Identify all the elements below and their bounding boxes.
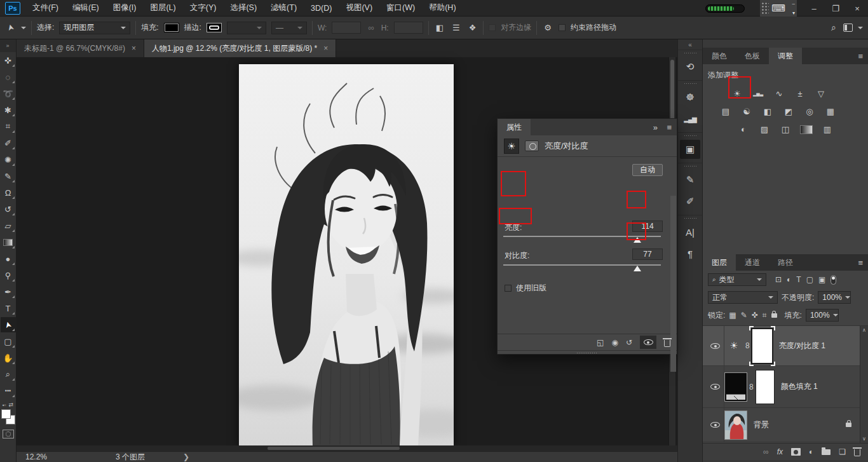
menu-help[interactable]: 帮助(H) [422,0,463,17]
foreground-color-swatch[interactable] [1,409,11,419]
mask-link-icon[interactable]: 8 [745,341,750,350]
lock-artboard-icon[interactable]: ⌗ [763,311,767,320]
path-alignment-icon[interactable]: ☰ [451,23,462,32]
stroke-type-dropdown[interactable]: — [271,22,307,34]
brushes-panel-icon[interactable]: ✐ [680,192,700,211]
quick-mask-icon[interactable] [3,430,14,438]
paragraph-panel-icon[interactable]: ¶ [680,244,700,263]
minimize-mini-icon[interactable]: – [792,1,795,6]
contrast-value-field[interactable]: 77 [632,248,663,260]
menu-3d[interactable]: 3D(D) [304,0,339,17]
stroke-width-dropdown[interactable] [227,22,266,34]
width-input[interactable] [332,22,361,34]
lock-all-icon[interactable] [771,313,777,318]
clip-to-layer-icon[interactable]: ◱ [597,338,604,347]
toggle-visibility-button[interactable] [640,336,656,349]
layer-name[interactable]: 亮度/对比度 1 [779,341,825,351]
character-panel-icon[interactable]: A| [680,222,700,241]
brush-settings-panel-icon[interactable]: ✎ [680,170,700,189]
delete-adjustment-icon[interactable] [664,340,670,347]
status-chevron-icon[interactable]: ❯ [183,452,189,461]
edit-toolbar-icon[interactable]: ••• [1,383,16,398]
constrain-path-checkbox[interactable] [559,24,566,31]
blur-tool-icon[interactable]: ● [1,251,16,266]
fill-field[interactable]: 100% [806,309,839,322]
black-white-icon[interactable]: ◧ [760,105,775,118]
gradient-map-icon[interactable] [799,123,814,135]
tab-adjustments[interactable]: 调整 [769,48,802,64]
touch-keyboard-widget[interactable]: ⌨ – ▾ [760,0,797,17]
link-layers-icon[interactable]: ∞ [763,447,769,456]
history-panel-icon[interactable]: ⟲ [680,57,700,76]
contrast-slider[interactable] [503,263,661,271]
tab-swatches[interactable]: 色板 [736,48,769,64]
path-operations-icon[interactable]: ◧ [434,23,445,32]
color-lookup-icon[interactable]: ▦ [823,105,838,118]
layer-row-brightness-contrast[interactable]: ☀ 8 亮度/对比度 1 [703,326,868,366]
fill-color-swatch[interactable] [164,23,179,32]
layer-row-color-fill[interactable]: 8 颜色填充 1 [703,366,868,408]
posterize-icon[interactable]: ▨ [757,123,772,135]
tab-channels[interactable]: 通道 [736,254,769,271]
window-close-button[interactable]: × [846,0,868,17]
selective-color-icon[interactable]: ▥ [820,123,835,135]
add-layer-mask-icon[interactable] [791,448,801,456]
auto-button[interactable]: 自动 [632,164,663,176]
layer-row-background[interactable]: 背景 [703,408,868,442]
menu-edit[interactable]: 编辑(E) [65,0,106,17]
threshold-icon[interactable]: ◫ [778,123,793,135]
tool-preset-caret-icon[interactable] [21,27,26,29]
blend-mode-dropdown[interactable]: 正常 [708,291,778,304]
lasso-tool-icon[interactable]: ➰ [1,86,16,101]
canvas-horizontal-scrollbar[interactable] [17,445,677,451]
use-legacy-checkbox[interactable] [505,285,512,292]
fill-layer-thumbnail[interactable] [724,372,747,402]
zoom-tool-icon[interactable]: ⌕ [1,367,16,382]
scroll-up-icon[interactable]: ∧ [862,327,866,333]
mask-link-icon[interactable]: 8 [749,383,754,391]
menu-window[interactable]: 窗口(W) [379,0,422,17]
tab-properties[interactable]: 属性 [498,119,531,135]
window-minimize-button[interactable]: – [803,0,825,17]
scroll-down-icon[interactable]: ∨ [862,436,866,442]
libraries-panel-icon[interactable]: ▣ [680,140,700,159]
channel-mixer-icon[interactable]: ◎ [802,105,817,118]
curves-icon[interactable]: ∿ [771,88,787,100]
filter-adjustment-icon[interactable]: ◐ [787,275,791,284]
new-group-icon[interactable] [822,449,831,455]
close-icon[interactable]: × [323,44,328,53]
workspace-switcher-icon[interactable] [843,24,853,32]
levels-icon[interactable]: ▂▅▃ [750,88,766,100]
move-tool-icon[interactable]: ✜ [1,53,16,68]
lock-paint-icon[interactable]: ✎ [741,311,747,320]
properties-scrollbar[interactable] [670,196,676,372]
search-icon[interactable]: ⌕ [829,22,838,33]
histogram-panel-icon[interactable]: ▂▄▆ [680,109,700,128]
select-mode-dropdown[interactable]: 现用图层 [59,22,130,34]
brush-tool-icon[interactable]: ✎ [1,168,16,184]
panel-collapse-icon[interactable]: » [653,123,658,132]
tab-paths[interactable]: 路径 [769,254,802,271]
window-restore-button[interactable]: ❐ [825,0,846,17]
layer-visibility-icon[interactable] [710,384,720,390]
color-balance-icon[interactable]: ☯ [739,105,754,118]
document-tab-portrait[interactable]: 人物1.jpg @ 12.2% (亮度/对比度 1, 图层蒙版/8) * × [144,39,336,57]
close-icon[interactable]: × [132,44,136,53]
menu-image[interactable]: 图像(I) [106,0,144,17]
photo-filter-icon[interactable]: ◩ [781,105,796,118]
shape-tool-icon[interactable]: ▢ [1,334,16,349]
layer-mask-thumbnail[interactable] [752,329,773,363]
eyedropper-tool-icon[interactable]: ✐ [1,135,16,151]
navigator-panel-icon[interactable]: ☸ [680,88,700,107]
dropdown-mini-icon[interactable]: ▾ [792,10,795,16]
gradient-tool-icon[interactable] [1,234,16,250]
layer-filter-dropdown[interactable]: ⌕类型 [708,273,766,286]
panel-menu-icon[interactable]: ≡ [858,51,863,61]
filter-image-icon[interactable]: ⊡ [775,275,782,284]
filter-smart-object-icon[interactable]: ▣ [818,275,825,284]
panel-resize-grip[interactable] [498,350,677,355]
new-adjustment-layer-icon[interactable]: ◐ [809,447,813,456]
layer-visibility-icon[interactable] [710,422,720,428]
document-image[interactable] [239,64,454,445]
new-layer-icon[interactable]: ❏ [839,447,846,456]
